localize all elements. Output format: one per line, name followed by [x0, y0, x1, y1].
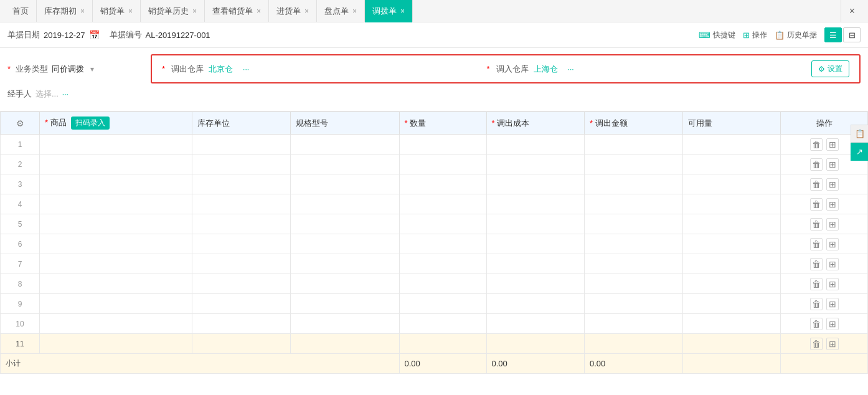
row-avail-8[interactable]	[682, 274, 781, 294]
tab-purchase[interactable]: 进货单 ×	[269, 0, 317, 22]
business-type-value[interactable]: 同价调拨	[52, 64, 84, 75]
row-unit-3[interactable]	[192, 174, 291, 194]
row-cost-2[interactable]	[486, 155, 585, 174]
row-avail-3[interactable]	[682, 174, 781, 194]
row-spec-9[interactable]	[290, 294, 399, 314]
handler-value[interactable]: 选择...	[35, 88, 59, 100]
tab-view-sales[interactable]: 查看销货单 ×	[205, 0, 269, 22]
row-unit-11[interactable]	[192, 334, 291, 354]
row-cost-5[interactable]	[486, 214, 585, 234]
row-spec-6[interactable]	[290, 234, 399, 254]
tab-sales-history[interactable]: 销货单历史 ×	[141, 0, 205, 22]
row-cost-1[interactable]	[486, 135, 585, 155]
tab-purchase-close[interactable]: ×	[304, 7, 309, 16]
row-unit-2[interactable]	[192, 155, 291, 174]
row-cost-11[interactable]	[486, 334, 585, 354]
tab-sales-order-close[interactable]: ×	[128, 7, 133, 16]
row-unit-1[interactable]	[192, 135, 291, 155]
row-copy-2[interactable]: ⊞	[826, 158, 839, 171]
row-cost-10[interactable]	[486, 314, 585, 334]
row-spec-7[interactable]	[290, 254, 399, 274]
row-spec-5[interactable]	[290, 214, 399, 234]
row-unit-10[interactable]	[192, 314, 291, 334]
row-avail-7[interactable]	[682, 254, 781, 274]
row-delete-11[interactable]: 🗑	[810, 338, 823, 350]
row-avail-6[interactable]	[682, 234, 781, 254]
row-qty-2[interactable]	[399, 155, 486, 174]
float-note-btn[interactable]: 📋	[851, 125, 868, 143]
operate-action[interactable]: ⊞ 操作	[743, 30, 767, 40]
row-copy-10[interactable]: ⊞	[826, 318, 839, 330]
shortcut-action[interactable]: ⌨ 快捷键	[699, 30, 735, 40]
row-amount-9[interactable]	[585, 294, 683, 314]
row-avail-9[interactable]	[682, 294, 781, 314]
tab-sales-history-close[interactable]: ×	[192, 7, 197, 16]
row-qty-3[interactable]	[399, 174, 486, 194]
row-delete-1[interactable]: 🗑	[810, 138, 823, 151]
row-avail-4[interactable]	[682, 194, 781, 214]
row-avail-1[interactable]	[682, 135, 781, 155]
view-list-btn[interactable]: ☰	[824, 27, 842, 42]
row-cost-3[interactable]	[486, 174, 585, 194]
tab-home[interactable]: 首页	[5, 0, 37, 22]
tab-transfer-close[interactable]: ×	[400, 7, 405, 16]
row-delete-3[interactable]: 🗑	[810, 178, 823, 191]
row-product-11[interactable]	[40, 334, 192, 354]
row-unit-7[interactable]	[192, 254, 291, 274]
handler-more[interactable]: ···	[62, 90, 68, 98]
history-action[interactable]: 📋 历史单据	[775, 30, 817, 40]
row-avail-5[interactable]	[682, 214, 781, 234]
row-amount-11[interactable]	[585, 334, 683, 354]
row-amount-5[interactable]	[585, 214, 683, 234]
tab-view-sales-close[interactable]: ×	[257, 7, 261, 16]
tab-inventory-init[interactable]: 库存期初 ×	[37, 0, 93, 22]
warehouse-in-value[interactable]: 上海仓	[534, 64, 558, 75]
row-copy-7[interactable]: ⊞	[826, 258, 839, 270]
row-qty-7[interactable]	[399, 254, 486, 274]
view-grid-btn[interactable]: ⊟	[843, 27, 861, 42]
warehouse-out-value[interactable]: 北京仓	[209, 64, 233, 75]
row-unit-8[interactable]	[192, 274, 291, 294]
row-cost-7[interactable]	[486, 254, 585, 274]
row-amount-3[interactable]	[585, 174, 683, 194]
tab-transfer[interactable]: 调拨单 ×	[365, 0, 413, 22]
row-amount-2[interactable]	[585, 155, 683, 174]
tab-inventory-init-close[interactable]: ×	[80, 7, 85, 16]
row-delete-7[interactable]: 🗑	[810, 258, 823, 270]
tab-bar-close-btn[interactable]: ×	[841, 0, 863, 22]
row-unit-4[interactable]	[192, 194, 291, 214]
row-delete-8[interactable]: 🗑	[810, 278, 823, 290]
row-product-2[interactable]	[40, 155, 192, 174]
row-copy-5[interactable]: ⊞	[826, 218, 839, 231]
row-amount-10[interactable]	[585, 314, 683, 334]
row-amount-8[interactable]	[585, 274, 683, 294]
row-avail-10[interactable]	[682, 314, 781, 334]
row-product-5[interactable]	[40, 214, 192, 234]
row-amount-7[interactable]	[585, 254, 683, 274]
row-cost-6[interactable]	[486, 234, 585, 254]
row-amount-1[interactable]	[585, 135, 683, 155]
row-unit-9[interactable]	[192, 294, 291, 314]
row-cost-8[interactable]	[486, 274, 585, 294]
row-product-1[interactable]	[40, 135, 192, 155]
row-spec-4[interactable]	[290, 194, 399, 214]
row-delete-4[interactable]: 🗑	[810, 198, 823, 211]
row-amount-6[interactable]	[585, 234, 683, 254]
settings-button[interactable]: ⚙ 设置	[811, 60, 849, 77]
row-copy-3[interactable]: ⊞	[826, 178, 839, 191]
row-qty-11[interactable]	[399, 334, 486, 354]
row-copy-9[interactable]: ⊞	[826, 298, 839, 310]
row-spec-1[interactable]	[290, 135, 399, 155]
row-copy-11[interactable]: ⊞	[826, 338, 839, 350]
row-qty-9[interactable]	[399, 294, 486, 314]
row-copy-1[interactable]: ⊞	[826, 138, 839, 151]
tab-stocktake[interactable]: 盘点单 ×	[317, 0, 365, 22]
row-product-10[interactable]	[40, 314, 192, 334]
business-type-dropdown[interactable]: ▾	[90, 65, 94, 74]
row-spec-8[interactable]	[290, 274, 399, 294]
row-spec-11[interactable]	[290, 334, 399, 354]
date-picker-icon[interactable]: 📅	[89, 30, 100, 40]
row-copy-4[interactable]: ⊞	[826, 198, 839, 211]
scan-button[interactable]: 扫码录入	[71, 117, 110, 130]
row-product-7[interactable]	[40, 254, 192, 274]
